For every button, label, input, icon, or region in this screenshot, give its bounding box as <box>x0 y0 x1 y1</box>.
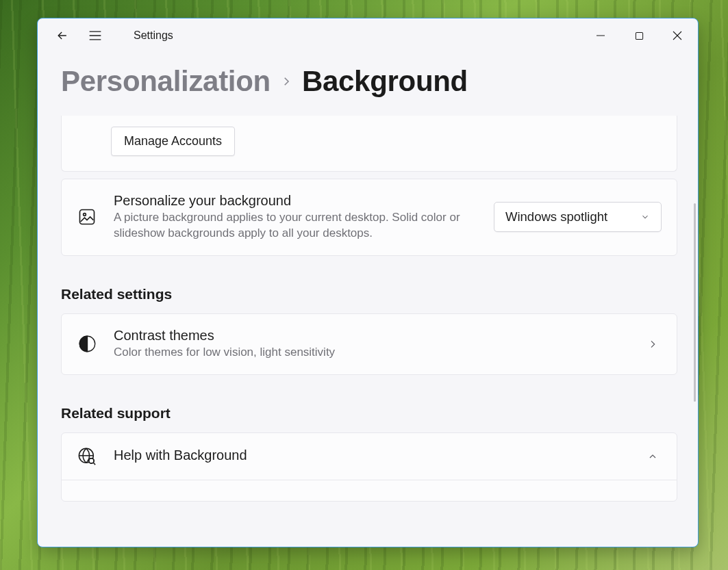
breadcrumb-parent[interactable]: Personalization <box>61 65 271 98</box>
back-button[interactable] <box>47 21 77 51</box>
related-support-heading: Related support <box>61 405 677 422</box>
chevron-right-icon <box>644 339 662 350</box>
titlebar-left: Settings <box>38 21 173 51</box>
settings-window: Settings Personalization Background Mana… <box>37 18 699 547</box>
personalize-title: Personalize your background <box>114 193 477 209</box>
hamburger-icon <box>88 30 102 41</box>
personalize-background-card: Personalize your background A picture ba… <box>61 179 677 256</box>
svg-point-2 <box>84 213 86 216</box>
contrast-title: Contrast themes <box>114 328 627 344</box>
svg-rect-0 <box>636 32 642 39</box>
chevron-right-icon <box>280 75 292 88</box>
minimize-button[interactable] <box>581 22 620 49</box>
scrollbar-thumb[interactable] <box>694 203 696 402</box>
nav-menu-button[interactable] <box>80 21 110 51</box>
maximize-button[interactable] <box>620 22 658 49</box>
svg-rect-1 <box>80 210 95 224</box>
app-title: Settings <box>134 29 173 42</box>
help-title: Help with Background <box>114 448 627 463</box>
help-expanded-area <box>62 480 677 501</box>
help-card: Help with Background <box>61 432 677 502</box>
contrast-body: Contrast themes Color themes for low vis… <box>114 328 627 361</box>
picture-icon <box>77 207 97 226</box>
background-type-dropdown[interactable]: Windows spotlight <box>494 202 662 232</box>
maximize-icon <box>635 31 644 40</box>
manage-accounts-button[interactable]: Manage Accounts <box>111 127 235 156</box>
content-area: Personalization Background Manage Accoun… <box>38 53 698 547</box>
chevron-up-icon <box>644 451 662 462</box>
contrast-row: Contrast themes Color themes for low vis… <box>62 314 677 374</box>
close-button[interactable] <box>658 22 696 49</box>
help-row[interactable]: Help with Background <box>62 433 677 480</box>
help-body: Help with Background <box>114 448 627 465</box>
personalize-row: Personalize your background A picture ba… <box>62 179 677 255</box>
globe-search-icon <box>77 447 97 466</box>
chevron-down-icon <box>640 212 650 222</box>
breadcrumb: Personalization Background <box>61 65 677 98</box>
titlebar: Settings <box>38 18 698 53</box>
contrast-description: Color themes for low vision, light sensi… <box>114 345 627 361</box>
dropdown-value: Windows spotlight <box>505 209 607 224</box>
related-settings-heading: Related settings <box>61 286 677 302</box>
personalize-body: Personalize your background A picture ba… <box>114 193 477 242</box>
breadcrumb-current: Background <box>302 65 468 98</box>
close-icon <box>673 31 682 40</box>
arrow-left-icon <box>55 29 69 42</box>
personalize-description: A picture background applies to your cur… <box>114 210 477 242</box>
accounts-card: Manage Accounts <box>61 116 677 172</box>
minimize-icon <box>596 31 605 40</box>
contrast-icon <box>77 335 97 353</box>
contrast-themes-card[interactable]: Contrast themes Color themes for low vis… <box>61 313 677 375</box>
